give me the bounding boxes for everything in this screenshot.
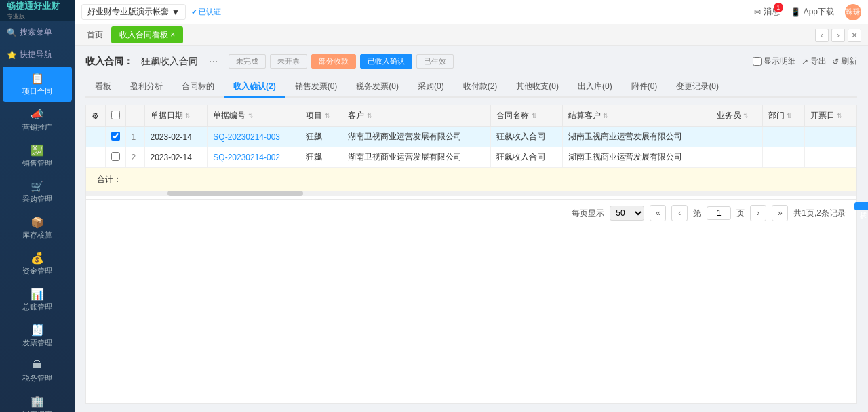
tab-close-btn[interactable]: ✕ [848, 29, 861, 42]
fund-icon: 💰 [31, 252, 44, 265]
refresh-icon: ↺ [832, 57, 839, 67]
sub-tab-profit[interactable]: 盈利分析 [121, 77, 172, 98]
sidebar-item-fixed_assets[interactable]: 🏢固定资产 [3, 390, 72, 412]
row-dept [762, 127, 804, 147]
project-col[interactable]: 项目 ⇅ [300, 105, 342, 127]
table-row[interactable]: 1 2023-02-14 SQ-20230214-003 狂飙 湖南卫视商业运营… [86, 127, 856, 147]
phone-icon: 📱 [791, 7, 801, 17]
sub-tab-sales_invoice[interactable]: 销售发票(0) [285, 77, 347, 98]
sub-tab-dashboard[interactable]: 看板 [85, 77, 121, 98]
checkbox-cell[interactable] [105, 127, 125, 147]
topbar: 好业财专业版演示帐套 ▼ ✔ 已认证 ✉ 消息 1 📱 App下载 珠珠 [75, 0, 868, 24]
app-download-btn[interactable]: 📱 App下载 [791, 6, 834, 18]
sidebar-item-project[interactable]: 📋项目合同 [3, 67, 72, 102]
message-icon: ✉ [754, 7, 761, 17]
order-no-link[interactable]: SQ-20230214-003 [213, 132, 280, 142]
row-order-no[interactable]: SQ-20230214-002 [208, 147, 300, 168]
settings-icon[interactable]: ⚙ [92, 111, 99, 121]
row-date: 2023-02-14 [144, 127, 208, 147]
right-float-btn[interactable]: 扩展 [854, 202, 868, 210]
sub-tab-purchase[interactable]: 采购(0) [408, 77, 454, 98]
row-num: 2 [125, 147, 144, 168]
sub-tab-tax_invoice[interactable]: 税务发票(0) [347, 77, 408, 98]
sub-tab-other_income[interactable]: 其他收支(0) [507, 77, 568, 98]
row-checkbox[interactable] [111, 132, 120, 141]
sidebar-item-fund[interactable]: 💰资金管理 [3, 246, 72, 282]
row-checkbox[interactable] [111, 152, 120, 161]
sub-tab-change_log[interactable]: 变更记录(0) [667, 77, 728, 98]
sidebar-item-purchase[interactable]: 🛒采购管理 [3, 174, 72, 210]
customer-col-label: 客户 [348, 111, 364, 120]
status-tag[interactable]: 已生效 [416, 54, 454, 69]
sub-tab-warehouse[interactable]: 出入库(0) [568, 77, 622, 98]
company-selector[interactable]: 好业财专业版演示帐套 ▼ [81, 4, 186, 20]
sidebar-item-label: 固定资产 [22, 409, 52, 412]
page-size-select[interactable]: 50 100 [610, 206, 644, 221]
sub-tab-income_confirm[interactable]: 收入确认(2) [224, 77, 285, 98]
sidebar-quick-nav[interactable]: ⭐ 快捷导航 [0, 43, 75, 66]
status-tag[interactable]: 部分收款 [311, 54, 356, 69]
sub-tab-attachments[interactable]: 附件(0) [622, 77, 667, 98]
sidebar-item-sales[interactable]: 💹销售管理 [3, 138, 72, 174]
salesman-col[interactable]: 业务员 ⇅ [711, 105, 762, 127]
more-btn[interactable]: ··· [206, 56, 220, 68]
sidebar-item-accounting[interactable]: 📊总账管理 [3, 282, 72, 318]
select-all-checkbox[interactable] [111, 111, 120, 119]
user-avatar[interactable]: 珠珠 [845, 4, 861, 20]
tabbar: 首页 收入合同看板 × ‹ › ✕ [75, 24, 868, 46]
export-btn[interactable]: ↗ 导出 [802, 56, 827, 67]
row-order-no[interactable]: SQ-20230214-003 [208, 127, 300, 147]
last-page-btn[interactable]: » [772, 205, 788, 221]
total-label: 合计： [97, 174, 121, 185]
date-col[interactable]: 单据日期 ⇅ [144, 105, 208, 127]
tab-prev-btn[interactable]: ‹ [815, 29, 829, 42]
quick-nav-label: 快捷导航 [20, 49, 52, 60]
total-pages-label: 共1页,2条记录 [793, 208, 846, 219]
sidebar-item-invoice[interactable]: 🧾发票管理 [3, 318, 72, 354]
settle-customer-col[interactable]: 结算客户 ⇅ [562, 105, 711, 127]
status-tag[interactable]: 未开票 [270, 54, 307, 69]
message-btn[interactable]: ✉ 消息 1 [754, 6, 780, 18]
order-no-col[interactable]: 单据编号 ⇅ [208, 105, 300, 127]
row-date: 2023-02-14 [144, 147, 208, 168]
row-customer: 湖南卫视商业运营发展有限公司 [342, 147, 491, 168]
table-container[interactable]: ⚙ 单据日期 ⇅ 单据编号 ⇅ [85, 105, 857, 404]
sidebar-item-marketing[interactable]: 📣营销推广 [3, 102, 72, 138]
show-detail-input[interactable] [753, 57, 762, 66]
status-tag[interactable]: 已收入确认 [360, 54, 412, 69]
sidebar-item-inventory[interactable]: 📦库存核算 [3, 210, 72, 246]
home-tab[interactable]: 首页 [81, 28, 108, 42]
open-date-col[interactable]: 开票日 ⇅ [804, 105, 856, 127]
search-icon: 🔍 [7, 28, 17, 37]
page-input[interactable] [707, 206, 731, 220]
sub-tab-standard[interactable]: 合同标的 [172, 77, 224, 98]
row-contract-name: 狂飙收入合同 [491, 127, 562, 147]
status-tag[interactable]: 未完成 [229, 54, 266, 69]
first-page-btn[interactable]: « [650, 205, 666, 221]
sidebar-item-tax[interactable]: 🏛税务管理 [3, 354, 72, 389]
user-name-initial: 珠珠 [846, 7, 861, 17]
refresh-btn[interactable]: ↺ 刷新 [832, 56, 857, 67]
active-tab[interactable]: 收入合同看板 × [111, 26, 183, 43]
next-page-btn[interactable]: › [750, 205, 766, 221]
tab-next-btn[interactable]: › [831, 29, 845, 42]
sidebar-search[interactable]: 🔍 搜索菜单 [0, 21, 75, 43]
table-row[interactable]: 2 2023-02-14 SQ-20230214-002 狂飙 湖南卫视商业运营… [86, 147, 856, 168]
scrollbar-thumb[interactable] [167, 191, 303, 196]
sub-tab-payment[interactable]: 收付款(2) [454, 77, 507, 98]
dept-sort-icon: ⇅ [787, 113, 792, 119]
dept-col[interactable]: 部门 ⇅ [762, 105, 804, 127]
checkbox-cell[interactable] [105, 147, 125, 168]
table-body: 1 2023-02-14 SQ-20230214-003 狂飙 湖南卫视商业运营… [86, 127, 856, 168]
show-detail-checkbox[interactable]: 显示明细 [753, 56, 796, 67]
prev-page-btn[interactable]: ‹ [671, 205, 688, 221]
order-no-link[interactable]: SQ-20230214-002 [213, 153, 280, 162]
contract-name-col-label: 合同名称 [496, 111, 529, 120]
contract-name-col[interactable]: 合同名称 ⇅ [491, 105, 562, 127]
num-col [125, 105, 144, 127]
message-badge: 1 [774, 3, 783, 12]
app-download-label: App下载 [804, 6, 834, 18]
sidebar: 畅捷通好业财 专业版 🔍 搜索菜单 ⭐ 快捷导航 📋项目合同📣营销推广💹销售管理… [0, 0, 75, 412]
customer-col[interactable]: 客户 ⇅ [342, 105, 491, 127]
settle-customer-sort-icon: ⇅ [603, 113, 608, 119]
